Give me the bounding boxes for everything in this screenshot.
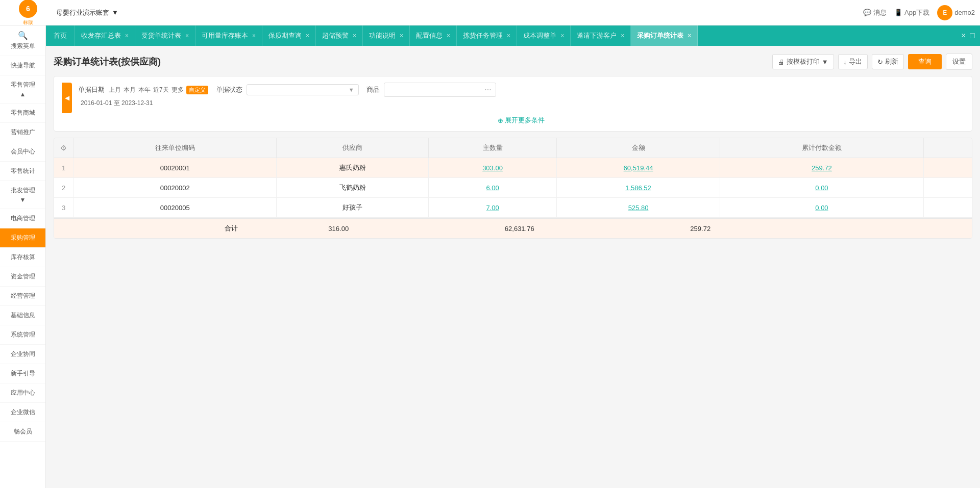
query-button[interactable]: 查询 [908, 54, 942, 69]
sidebar-item-retail-stats[interactable]: 零售统计 [0, 162, 45, 181]
tab-receive-send-close[interactable]: × [125, 32, 129, 39]
status-select-arrow-icon: ▼ [349, 87, 354, 93]
tab-expiry-query-close[interactable]: × [306, 32, 309, 39]
page-content: 采购订单统计表(按供应商) 🖨 按模板打印 ▼ ↓ 导出 ↻ 刷新 [46, 46, 980, 488]
sidebar-item-basic[interactable]: 基础信息 [0, 306, 45, 325]
sidebar-item-ecommerce[interactable]: 电商管理 [0, 209, 45, 228]
custom-date-tag[interactable]: 自定义 [186, 86, 208, 94]
export-button[interactable]: ↓ 导出 [838, 54, 868, 69]
sidebar-item-marketing[interactable]: 营销推广 [0, 123, 45, 142]
tab-cost-adjust[interactable]: 成本调整单 × [517, 25, 571, 46]
row-num: 2 [54, 178, 74, 198]
tab-close-all-btn[interactable]: × [961, 31, 966, 40]
appcenter-label: 应用中心 [11, 389, 35, 397]
shortcut-7days[interactable]: 近7天 [153, 86, 169, 94]
query-label: 查询 [918, 58, 932, 65]
sidebar-item-inventory[interactable]: 库存核算 [0, 248, 45, 267]
row-num: 1 [54, 158, 74, 178]
tab-config-info[interactable]: 配置信息 × [410, 25, 457, 46]
tab-purchase-order-stats[interactable]: 采购订单统计表 × [631, 25, 698, 46]
tab-purchase-order-stats-close[interactable]: × [688, 32, 691, 39]
sidebar-item-purchase[interactable]: 采购管理 [0, 228, 45, 248]
footer-label: 合计 [54, 224, 248, 233]
tab-invite-downstream[interactable]: 邀请下游客户 × [571, 25, 631, 46]
shortcut-this-year[interactable]: 本年 [138, 86, 151, 94]
sidebar-item-wholesale[interactable]: 批发管理 ▼ [0, 181, 45, 209]
tab-overstock[interactable]: 超储预警 × [316, 25, 363, 46]
shortcut-this-month[interactable]: 本月 [124, 86, 136, 94]
app-download-btn[interactable]: 📱 App下载 [894, 8, 929, 17]
sidebar-item-retail-mall[interactable]: 零售商城 [0, 104, 45, 123]
sidebar-item-appcenter[interactable]: 应用中心 [0, 383, 45, 403]
workspace-selector[interactable]: 母婴行业演示账套 ▼ [56, 8, 118, 17]
tab-inventory-ledger[interactable]: 可用量库存账本 × [195, 25, 262, 46]
tab-inventory-ledger-close[interactable]: × [252, 32, 256, 39]
enterprise-label: 企业协同 [11, 350, 35, 358]
ecommerce-label: 电商管理 [11, 214, 35, 223]
goods-input[interactable]: ··· [384, 83, 496, 97]
tab-receive-send-label: 收发存汇总表 [81, 31, 121, 40]
sidebar-item-finance[interactable]: 资金管理 [0, 267, 45, 287]
member-label: 会员中心 [11, 147, 35, 156]
table-container: ⚙ 往来单位编码 供应商 主数量 金额 累计付款金额 1 00020001 惠氏… [54, 138, 972, 239]
paid-link[interactable]: 259.72 [812, 164, 832, 172]
tab-task-mgmt-close[interactable]: × [507, 32, 510, 39]
amount-link[interactable]: 525.80 [628, 204, 649, 212]
status-select[interactable]: ▼ [247, 84, 359, 95]
shortcut-last-month[interactable]: 上月 [109, 86, 121, 94]
expand-more-btn[interactable]: ⊕ 展开更多条件 [498, 116, 545, 125]
sidebar-item-newguide[interactable]: 新手引导 [0, 364, 45, 383]
col-code: 往来单位编码 [74, 138, 277, 158]
user-profile[interactable]: E demo2 [937, 5, 975, 20]
sidebar-item-member[interactable]: 会员中心 [0, 142, 45, 162]
tab-config-info-close[interactable]: × [447, 32, 450, 39]
tab-overstock-close[interactable]: × [353, 32, 356, 39]
amount-link[interactable]: 1,586.52 [625, 184, 651, 192]
shortcut-more[interactable]: 更多 [172, 86, 184, 94]
refresh-button[interactable]: ↻ 刷新 [872, 54, 904, 69]
sidebar-item-member2[interactable]: 畅会员 [0, 422, 45, 442]
print-button[interactable]: 🖨 按模板打印 ▼ [772, 54, 834, 69]
tab-expand-btn[interactable]: □ [970, 31, 975, 40]
tab-cost-adjust-close[interactable]: × [560, 32, 564, 39]
page-header: 采购订单统计表(按供应商) 🖨 按模板打印 ▼ ↓ 导出 ↻ 刷新 [54, 54, 972, 70]
quantity-link[interactable]: 6.00 [486, 184, 499, 192]
tab-function-desc[interactable]: 功能说明 × [363, 25, 410, 46]
filter-collapse-btn[interactable]: ◀ [62, 83, 72, 113]
retail-mall-label: 零售商城 [11, 109, 35, 117]
paid-link[interactable]: 0.00 [815, 204, 828, 212]
message-btn[interactable]: 💬 消息 [863, 8, 887, 17]
tab-purchase-stats-close[interactable]: × [185, 32, 189, 39]
tab-receive-send[interactable]: 收发存汇总表 × [75, 25, 135, 46]
sidebar-item-system[interactable]: 系统管理 [0, 325, 45, 345]
settings-button[interactable]: 设置 [946, 54, 972, 70]
sidebar-item-search[interactable]: 🔍 搜索英单 [0, 25, 45, 56]
sidebar-item-shortcut[interactable]: 快捷导航 [0, 56, 45, 75]
message-label: 消息 [873, 8, 887, 17]
tab-home[interactable]: 首页 [46, 25, 75, 46]
tab-expiry-query[interactable]: 保质期查询 × [262, 25, 316, 46]
quantity-link[interactable]: 303.00 [482, 164, 503, 172]
row-quantity: 6.00 [429, 178, 557, 198]
tab-function-desc-close[interactable]: × [400, 32, 403, 39]
paid-link[interactable]: 0.00 [815, 184, 828, 192]
filter-status-item: 单据状态 ▼ [216, 84, 359, 95]
sidebar-item-operations[interactable]: 经营管理 [0, 287, 45, 306]
workspace-arrow-icon: ▼ [112, 9, 118, 16]
date-range-display: 2016-01-01 至 2023-12-31 [78, 99, 964, 108]
table-row: 3 00020005 好孩子 7.00 525.80 0.00 [54, 198, 972, 218]
sidebar-item-enterprise[interactable]: 企业协同 [0, 345, 45, 364]
tab-task-mgmt[interactable]: 拣货任务管理 × [457, 25, 517, 46]
quantity-link[interactable]: 7.00 [486, 204, 499, 212]
sidebar-item-retail[interactable]: 零售管理 ▲ [0, 75, 45, 104]
sidebar-item-wechat[interactable]: 企业微信 [0, 403, 45, 422]
amount-link[interactable]: 60,519.44 [624, 164, 653, 172]
logo-abbr: 6 [26, 5, 30, 13]
row-extra [923, 178, 972, 198]
table-settings-icon[interactable]: ⚙ [60, 144, 67, 152]
workspace-name: 母婴行业演示账套 [56, 8, 109, 17]
row-supplier: 飞鹤奶粉 [277, 178, 429, 198]
tab-invite-downstream-close[interactable]: × [621, 32, 624, 39]
expand-icon: ⊕ [498, 117, 503, 124]
tab-purchase-stats[interactable]: 要货单统计表 × [135, 25, 195, 46]
